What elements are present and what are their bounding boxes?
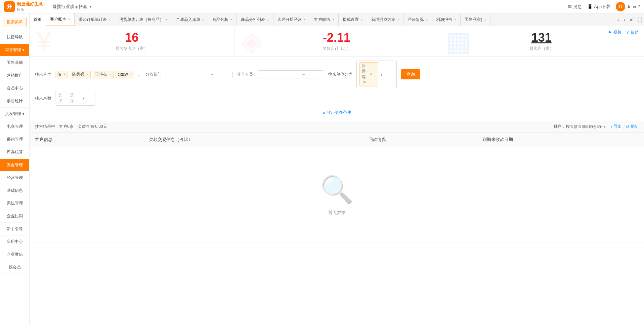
sidebar-item-arrow-icon: ▾: [23, 112, 24, 116]
tab-close-business-situation[interactable]: ×: [426, 18, 428, 22]
message-button[interactable]: ✉ 消息: [568, 4, 582, 10]
filter-more-button[interactable]: ...: [138, 72, 141, 77]
sidebar-item-marketing[interactable]: 营销推广: [0, 69, 29, 82]
tab-home[interactable]: 首页: [30, 13, 46, 26]
tab-purchase-stats-product[interactable]: 进货单统计表（按商品）×: [115, 13, 172, 26]
empty-state: 🔍 暂无数据: [30, 147, 644, 243]
filter-tag-remove[interactable]: ×: [130, 73, 132, 76]
unit-type-remove[interactable]: ×: [370, 72, 376, 77]
tab-customer-contact[interactable]: 客户联络×: [310, 13, 339, 26]
tab-close-product-storage[interactable]: ×: [202, 18, 204, 22]
tab-close-profit-report[interactable]: ×: [454, 18, 456, 22]
account-name: 母婴行业演示帐套: [52, 4, 87, 10]
tab-close-new-promotion-plan[interactable]: ×: [397, 18, 399, 22]
tab-retail-profit[interactable]: 零售利润(×: [461, 13, 490, 26]
result-actions: 排序：按欠款金额倒序排序 ▼ ↑ 导出 ↺ 刷新: [554, 124, 639, 130]
sidebar-item-retail-manage[interactable]: 零售管理▾: [0, 44, 29, 57]
tab-product-storage[interactable]: 产成品入库单×: [172, 13, 209, 26]
sidebar-item-basic-info[interactable]: 基础信息: [0, 184, 29, 197]
tab-close-customer-accounts[interactable]: ×: [68, 17, 70, 21]
sidebar-item-vip-member[interactable]: 畅会员: [0, 261, 29, 274]
unit-type-filter-label: 往来单位分类: [328, 72, 352, 77]
unit-type-tag: 普通客户 ×: [359, 62, 378, 86]
tab-customer-tier[interactable]: 客户分层经营×: [273, 13, 310, 26]
unit-type-select[interactable]: 普通客户 × ▼: [356, 61, 397, 88]
tab-purchase-order-stats[interactable]: 采购订单统计表×: [75, 13, 115, 26]
sidebar-item-retail-stats[interactable]: 零售统计: [0, 95, 29, 108]
app-download-button[interactable]: 📱 App下载: [587, 4, 610, 10]
search-menu-button[interactable]: 搜索菜单: [3, 17, 27, 27]
tab-customer-accounts[interactable]: 客户账本×: [46, 13, 75, 26]
account-selector[interactable]: 母婴行业演示帐套 ▼: [52, 4, 92, 10]
sidebar-item-quick-nav[interactable]: 快捷导航: [0, 31, 29, 44]
tab-close-promotion-settings[interactable]: ×: [361, 18, 363, 22]
sidebar-item-inventory[interactable]: 库存核算: [0, 146, 29, 159]
tab-product-analysis[interactable]: 商品分析×: [208, 13, 237, 26]
department-select[interactable]: ▼: [166, 71, 233, 78]
balance-select[interactable]: 选择... 选择... ▼: [55, 91, 95, 106]
sidebar-item-wholesale[interactable]: 批发管理▾: [0, 108, 29, 120]
sidebar-item-ecommerce[interactable]: 电商管理: [0, 120, 29, 133]
filter-tag-王小亮: 王小亮 ×: [93, 71, 114, 78]
video-action[interactable]: ▶ 视频: [608, 30, 621, 35]
tab-label-product-analysis: 商品分析: [212, 17, 228, 23]
filter-tag-text: 王小亮: [95, 72, 107, 77]
refresh-button[interactable]: ↺ 刷新: [626, 124, 639, 130]
tab-close-purchase-stats-product[interactable]: ×: [166, 18, 168, 22]
page-actions: ▶ 视频 ？ 帮助: [608, 30, 639, 35]
sidebar-item-enterprise[interactable]: 企业协同: [0, 210, 29, 223]
user-menu[interactable]: D demo2: [616, 2, 640, 11]
person-select[interactable]: ···: [257, 70, 324, 78]
top-header: 好 畅捷通好生意 标版 母婴行业演示帐套 ▼ ✉ 消息 📱 App下载 D de…: [0, 0, 644, 13]
tab-fullscreen[interactable]: ⛶: [635, 17, 644, 23]
filter-tag-remove[interactable]: ×: [109, 73, 111, 76]
empty-icon: 🔍: [320, 174, 354, 206]
tab-promotion-settings[interactable]: 提成设置×: [339, 13, 367, 26]
stat-bg-icon-yuan: ¥: [36, 26, 51, 57]
sidebar-item-app-center[interactable]: 应用中心: [0, 236, 29, 248]
filter-tag-remove[interactable]: ×: [86, 73, 88, 76]
sidebar-item-purchase[interactable]: 采购管理: [0, 133, 29, 146]
stat-credit-amount-value: -2.11: [323, 31, 350, 44]
sidebar-item-system[interactable]: 系统管理: [0, 197, 29, 210]
tab-close-product-analysis[interactable]: ×: [230, 18, 232, 22]
query-button[interactable]: 查询: [401, 69, 420, 79]
filter-tag-remove[interactable]: ×: [63, 73, 66, 76]
tab-close-customer-tier[interactable]: ×: [304, 18, 306, 22]
tab-new-promotion-plan[interactable]: 新增提成方案×: [367, 13, 404, 26]
tab-business-situation[interactable]: 经营情况×: [403, 13, 432, 26]
sidebar-item-operations[interactable]: 经营管理: [0, 172, 29, 184]
help-action[interactable]: ？ 帮助: [626, 30, 639, 35]
sidebar-item-retail-mall[interactable]: 零售商城: [0, 57, 29, 69]
tab-close-retail-profit[interactable]: ×: [484, 18, 486, 22]
collapse-button[interactable]: ∧ 收起更多条件: [318, 108, 355, 117]
account-chevron-icon: ▼: [89, 5, 92, 8]
export-button[interactable]: ↑ 导出: [610, 124, 622, 130]
tab-nav-next[interactable]: ›: [621, 17, 627, 23]
tab-label-retail-profit: 零售利润(: [465, 17, 482, 23]
unit-filter-label: 往来单位: [35, 72, 51, 77]
tab-close-all[interactable]: ✕: [627, 17, 635, 23]
sidebar-item-member[interactable]: 会员中心: [0, 82, 29, 95]
tab-close-product-analysis-list[interactable]: ×: [267, 18, 269, 22]
help-label: 帮助: [631, 30, 639, 35]
tab-profit-report[interactable]: 利润报告×: [432, 13, 461, 26]
sidebar-item-arrow-icon: ▾: [23, 48, 24, 52]
table-header-row: 客户信息欠款交易信息（占比）回款情况到期未收款日期: [30, 133, 644, 147]
tab-close-purchase-order-stats[interactable]: ×: [109, 18, 111, 22]
stat-credit-amount: ◈ -2.11 欠款合计（万）: [234, 26, 439, 56]
sidebar-item-guide[interactable]: 新手引导: [0, 223, 29, 236]
sidebar-search-area: 搜索菜单: [0, 13, 29, 31]
sidebar-item-enterprise-wechat[interactable]: 企业微信: [0, 248, 29, 261]
tab-label-customer-contact: 客户联络: [314, 17, 330, 23]
tab-nav-prev[interactable]: ‹: [616, 17, 622, 23]
filter-row-1: 往来单位 伍 ×陈民强 ×王小亮 ×cjttcw × ... 分管部门 ▼ 分管…: [35, 61, 639, 88]
header-right: ✉ 消息 📱 App下载 D demo2: [568, 2, 640, 11]
stats-bar: ¥ 16 总欠款客户（家） ◈ -2.11 欠款合计（万） ▦ 131 总客户（…: [30, 26, 644, 57]
sidebar-item-finance[interactable]: 资金管理: [0, 159, 29, 172]
tab-close-customer-contact[interactable]: ×: [332, 18, 334, 22]
user-name: demo2: [627, 4, 640, 9]
tab-product-analysis-list[interactable]: 商品分析列表×: [237, 13, 273, 26]
tab-label-new-promotion-plan: 新增提成方案: [371, 17, 395, 23]
message-icon: ✉: [568, 4, 572, 9]
